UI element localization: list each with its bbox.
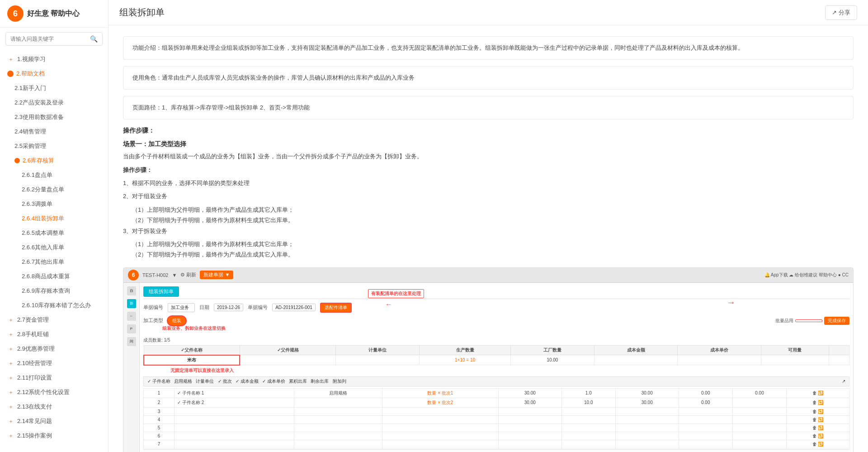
inventory-circle-icon: [14, 158, 20, 163]
ops-steps-title: 操作步骤：: [123, 165, 854, 175]
cases-plus-icon: ＋: [7, 432, 14, 440]
sidebar-item-data-prep[interactable]: 2.3使用前数据准备: [0, 110, 108, 124]
fund-plus-icon: ＋: [7, 316, 14, 324]
sc-save-btn: 完成保存: [824, 317, 849, 325]
sidebar: 6 好生意 帮助中心 🔍 ＋ 1.视频学习 2.帮助文档 2.1新手入门 2.2…: [0, 0, 108, 452]
minus-circle-icon: [7, 71, 14, 77]
sidebar-item-cost-adj[interactable]: 2.6.5成本调整单: [0, 226, 108, 240]
sidebar-item-print[interactable]: ＋ 2.11打印设置: [0, 371, 108, 385]
sc-form-label3: 单据编号: [248, 304, 268, 311]
mobile-plus-icon: ＋: [7, 331, 14, 338]
sc-form-label1: 单据编号: [143, 304, 163, 311]
sidebar-item-cost-calc[interactable]: 2.6.8商品成本重算: [0, 269, 108, 284]
step3: 3、对于拆装业务: [123, 226, 854, 236]
coupon-plus-icon: ＋: [7, 345, 14, 353]
sc-type-btn: 组装: [167, 315, 187, 326]
sidebar-item-new-user[interactable]: 2.1新手入门: [0, 81, 108, 95]
sidebar-item-system[interactable]: ＋ 2.12系统个性化设置: [0, 385, 108, 400]
scene1-desc: 当由多个子件材料组装成一个成品的业务为【组装】业务，当由一个父件拆分成多个子产品…: [123, 151, 854, 162]
sc-batch-input: [795, 319, 822, 322]
sidebar-item-account-err[interactable]: 2.6.10库存账本错了怎么办: [0, 298, 108, 313]
sidebar-item-biz[interactable]: ＋ 2.10经营管理: [0, 356, 108, 371]
logo-icon: 6: [7, 5, 24, 22]
sidebar-item-cases[interactable]: ＋ 2.15操作案例: [0, 428, 108, 443]
sidebar-item-video[interactable]: ＋ 1.视频学习: [0, 52, 108, 67]
content-area: 功能介绍：组装拆卸单用来处理企业组装或拆卸等加工业务，支持有固定装配清单的产品加…: [108, 25, 868, 452]
step3-2: （2）下部明细为子件明细，最终作为产成品生成其它入库单。: [123, 249, 854, 260]
intro-block: 功能介绍：组装拆卸单用来处理企业组装或拆卸等加工业务，支持有固定装配清单的产品加…: [123, 36, 854, 60]
step2: 2、对于组装业务: [123, 191, 854, 201]
sidebar-item-sales[interactable]: 2.4销售管理: [0, 124, 108, 139]
pay-plus-icon: ＋: [7, 403, 14, 411]
sc-code: AD-20191226-001: [272, 304, 316, 311]
search-input[interactable]: [10, 36, 90, 42]
screenshot: 6 TEST-H002 ▼ ⚙ 刷新 新建单据 ▼ 🔔 App下载 ☁ 给创维建…: [123, 267, 854, 452]
sidebar-item-faq[interactable]: ＋ 2.14常见问题: [0, 414, 108, 428]
sc-form-label4: 加工类型: [143, 317, 163, 324]
sidebar-item-coupon[interactable]: ＋ 2.9优惠券管理: [0, 342, 108, 356]
page-title: 组装拆卸单: [119, 6, 165, 19]
sidebar-item-mobile[interactable]: ＋ 2.8手机旺铺: [0, 327, 108, 342]
sc-order-type: 加工业务: [168, 303, 195, 312]
sc-appid: TEST-H002: [142, 272, 168, 278]
sc-upper-table: ✓父件名称 ✓父件规格 计量单位 生产数量 工厂数量 成本金额 成本单价 可用量: [143, 345, 849, 366]
system-plus-icon: ＋: [7, 389, 14, 396]
ops-title: 操作步骤：: [123, 127, 854, 135]
sc-annotation1: 有装配清单的在这里处理: [368, 289, 424, 298]
sc-arrow2: ↑: [185, 324, 188, 331]
sidebar-item-other-out[interactable]: 2.6.7其他出库单: [0, 255, 108, 269]
print-plus-icon: ＋: [7, 374, 14, 382]
main-content: 组装拆卸单 ↗ 分享 功能介绍：组装拆卸单用来处理企业组装或拆卸等加工业务，支持…: [108, 0, 868, 452]
sidebar-item-stock-check[interactable]: 2.6.9库存账本查询: [0, 284, 108, 298]
sc-lower-table: 1 ✓ 子件名称 1 启用规格 数量 × 批次1 30.00 1.0 30.00…: [143, 388, 849, 448]
sidebar-item-inventory[interactable]: 2.6库存核算: [0, 153, 108, 168]
sidebar-item-docs[interactable]: 2.帮助文档: [0, 67, 108, 81]
top-bar: 组装拆卸单 ↗ 分享: [108, 0, 868, 25]
sc-left-sidebar: 自 新 ← P 间: [123, 283, 140, 452]
sidebar-item-split-stock[interactable]: 2.6.2分量盘点单: [0, 182, 108, 197]
sc-new-btn: 新建单据 ▼: [200, 271, 233, 279]
sidebar-item-purchase[interactable]: 2.5采购管理: [0, 139, 108, 153]
plus-icon: ＋: [7, 56, 14, 63]
biz-plus-icon: ＋: [7, 360, 14, 367]
sidebar-item-install[interactable]: 2.2产品安装及登录: [0, 95, 108, 110]
step1: 1、根据不同的业务，选择不同单据的类型来处理: [123, 178, 854, 188]
sc-form-label2: 日期: [199, 304, 209, 311]
sc-logo: 6: [128, 270, 139, 281]
sc-arrow1: ←: [385, 300, 392, 309]
sc-date: 2019-12-26: [214, 304, 243, 311]
sc-footer: 合计 ¥0.00 0.00 0.00 0.00 0.00 ¥0.00: [143, 449, 849, 452]
share-icon: ↗: [832, 9, 837, 16]
sc-icons-right: 🔔 App下载 ☁ 给创维建议 帮助中心 ● CC: [764, 272, 849, 278]
role-block: 使用角色：通常由生产人员或库管人员完成拆装业务的操作，库管人员确认原材料的出库和…: [123, 66, 854, 90]
sidebar-item-stocktake[interactable]: 2.6.1盘点单: [0, 168, 108, 182]
step2-1: （1）上部明细为父件明细，最终作为产成品生成其它入库单；: [123, 205, 854, 215]
share-button[interactable]: ↗ 分享: [825, 5, 857, 20]
nav-section: ＋ 1.视频学习 2.帮助文档 2.1新手入门 2.2产品安装及登录 2.3使用…: [0, 50, 108, 445]
faq-plus-icon: ＋: [7, 418, 14, 425]
sc-lower-section-header: ✓ 子件名称 启用规格 计量单位 ✓ 批次 ✓ 成本金额 ✓ 成本单价 累积出库…: [143, 376, 849, 386]
sc-select-btn: 选配件清单: [320, 303, 352, 313]
screenshot-inner: 6 TEST-H002 ▼ ⚙ 刷新 新建单据 ▼ 🔔 App下载 ☁ 给创维建…: [123, 268, 853, 452]
scene1-title: 场景一：加工类型选择: [123, 140, 854, 148]
sc-tab-active: 组装拆卸单: [143, 286, 179, 297]
sidebar-item-fund[interactable]: ＋ 2.7资金管理: [0, 313, 108, 327]
sc-annotation2: 组装业务、拆卸业务在这里切换: [162, 325, 226, 332]
logo-text: 好生意 帮助中心: [27, 9, 80, 19]
path-block: 页面路径：1、库存核算->库存管理->组装拆卸单 2、首页->常用功能: [123, 96, 854, 119]
sc-annotation4: 无固定清单可以直接在这里录入: [170, 367, 234, 374]
search-icon[interactable]: 🔍: [90, 35, 98, 43]
sidebar-item-adjust[interactable]: 2.6.3调拨单: [0, 197, 108, 211]
sidebar-header: 6 好生意 帮助中心: [0, 0, 108, 28]
sidebar-item-other-in[interactable]: 2.6.6其他入库单: [0, 240, 108, 255]
sc-icon1: ⚙ 刷新: [180, 271, 196, 278]
sidebar-item-online-pay[interactable]: ＋ 2.13在线支付: [0, 400, 108, 414]
sidebar-item-assemble[interactable]: 2.6.4组装拆卸单: [0, 211, 108, 226]
search-box[interactable]: 🔍: [5, 32, 103, 46]
sc-form-label5: 批量品用: [775, 318, 793, 324]
sc-table-label: 成员数量: 1/5: [143, 337, 849, 343]
step3-1: （1）上部明细为父件明细，最终作为原材料生成其它出库单；: [123, 239, 854, 249]
step2-2: （2）下部明细为子件明细，最终作为原材料生成其它出库单。: [123, 215, 854, 225]
sc-dropdown: ▼: [172, 272, 177, 278]
